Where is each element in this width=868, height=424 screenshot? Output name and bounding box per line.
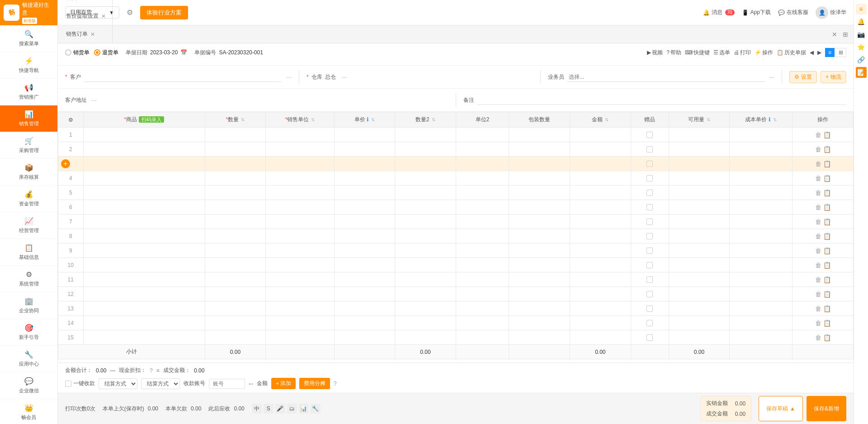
- copy-row-icon-9[interactable]: 📋: [823, 247, 831, 254]
- gift-checkbox-7[interactable]: [646, 219, 653, 225]
- scan-button[interactable]: 扫码录入: [139, 116, 164, 123]
- expense-help-icon[interactable]: ?: [334, 381, 337, 387]
- amount-cell[interactable]: [570, 171, 631, 186]
- gift-cell[interactable]: [631, 128, 669, 142]
- gift-cell[interactable]: [631, 301, 669, 316]
- copy-row-icon-3[interactable]: 📋: [823, 160, 831, 167]
- sidebar-item-basic[interactable]: 📋基础信息: [0, 239, 57, 266]
- cost-cell[interactable]: [730, 229, 793, 243]
- sidebar-item-finance[interactable]: 💰资金管理: [0, 186, 57, 212]
- list-view-btn[interactable]: ≡: [825, 48, 835, 57]
- quantity-cell[interactable]: [205, 287, 266, 301]
- price-cell[interactable]: [334, 171, 395, 186]
- sidebar-item-marketing[interactable]: 📢营销推广: [0, 79, 57, 105]
- product-input-4[interactable]: [86, 175, 202, 181]
- amount-cell[interactable]: [570, 243, 631, 258]
- copy-row-icon-6[interactable]: 📋: [823, 204, 831, 211]
- unit2-cell[interactable]: [456, 128, 509, 142]
- package-cell[interactable]: [509, 157, 570, 171]
- toolbar-icon-2[interactable]: S: [264, 404, 274, 414]
- price-cell[interactable]: [334, 316, 395, 330]
- copy-row-icon-11[interactable]: 📋: [823, 276, 831, 283]
- quantity-cell[interactable]: [205, 301, 266, 316]
- sidebar-item-wechat[interactable]: 💬企业微信: [0, 372, 57, 399]
- available-cell[interactable]: [669, 229, 730, 243]
- copy-row-icon-5[interactable]: 📋: [823, 189, 831, 196]
- help-action[interactable]: ? 帮助: [666, 49, 681, 57]
- quantity-cell[interactable]: [205, 214, 266, 229]
- calculation-select[interactable]: 结算方式: [141, 378, 180, 389]
- package-cell[interactable]: [509, 171, 570, 186]
- delete-row-icon-8[interactable]: 🗑: [815, 233, 821, 240]
- product-cell[interactable]: [83, 171, 205, 186]
- unit-cell[interactable]: [266, 243, 334, 258]
- gift-cell[interactable]: [631, 200, 669, 214]
- quantity2-cell[interactable]: [395, 186, 456, 200]
- topbar-gear-icon[interactable]: ⚙: [127, 8, 133, 17]
- product-cell[interactable]: [83, 229, 205, 243]
- maximize-tab-button[interactable]: ⊞: [841, 30, 850, 39]
- product-input-15[interactable]: [86, 334, 202, 341]
- amount-cell[interactable]: [570, 157, 631, 171]
- amount-cell[interactable]: [570, 128, 631, 142]
- unit2-cell[interactable]: [456, 301, 509, 316]
- gift-checkbox-15[interactable]: [646, 334, 653, 341]
- customer-select-icon[interactable]: ···: [286, 73, 292, 81]
- save-new-button[interactable]: 保存&新增: [807, 396, 846, 421]
- cost-sort-icon[interactable]: ⇅: [773, 117, 777, 122]
- operation-action[interactable]: ⚡ 操作: [755, 49, 773, 57]
- unit2-cell[interactable]: [456, 214, 509, 229]
- add-row-button[interactable]: +: [61, 159, 70, 168]
- product-input-7[interactable]: [86, 219, 202, 225]
- package-cell[interactable]: [509, 272, 570, 287]
- cost-cell[interactable]: [730, 287, 793, 301]
- delete-row-icon-13[interactable]: 🗑: [815, 305, 821, 312]
- gift-cell[interactable]: [631, 171, 669, 186]
- copy-row-icon-10[interactable]: 📋: [823, 262, 831, 269]
- delete-row-icon-1[interactable]: 🗑: [815, 131, 821, 138]
- account-input[interactable]: [209, 379, 245, 389]
- toolbar-icon-1[interactable]: 中: [252, 404, 262, 414]
- product-input-2[interactable]: [86, 146, 202, 152]
- available-sort-icon[interactable]: ⇅: [707, 117, 710, 122]
- product-cell[interactable]: [83, 316, 205, 330]
- video-action[interactable]: ▶ 视频: [647, 49, 663, 57]
- package-cell[interactable]: [509, 301, 570, 316]
- unit-cell[interactable]: [266, 287, 334, 301]
- tab-price-setting[interactable]: 售价提取设置✕: [60, 7, 113, 25]
- quantity-cell[interactable]: [205, 186, 266, 200]
- available-cell[interactable]: [669, 200, 730, 214]
- available-cell[interactable]: [669, 330, 730, 345]
- package-cell[interactable]: [509, 186, 570, 200]
- remark-input[interactable]: [477, 95, 847, 105]
- product-input-5[interactable]: [86, 190, 202, 196]
- unit2-cell[interactable]: [456, 200, 509, 214]
- package-cell[interactable]: [509, 142, 570, 157]
- unit-cell[interactable]: [266, 258, 334, 272]
- copy-row-icon-12[interactable]: 📋: [823, 291, 831, 298]
- available-cell[interactable]: [669, 287, 730, 301]
- notification-item[interactable]: 🔔 消息 70: [703, 9, 735, 16]
- gift-checkbox-10[interactable]: [646, 262, 653, 268]
- delete-row-icon-14[interactable]: 🗑: [815, 319, 821, 327]
- nav-prev-icon[interactable]: ◀: [810, 49, 814, 56]
- price-cell[interactable]: [334, 272, 395, 287]
- unit2-cell[interactable]: [456, 142, 509, 157]
- product-input-10[interactable]: [86, 262, 202, 268]
- quantity-sort-icon[interactable]: ⇅: [241, 117, 245, 122]
- sidebar-item-sales[interactable]: 📊销售管理: [0, 105, 57, 132]
- quantity2-cell[interactable]: [395, 287, 456, 301]
- right-panel-icon-2[interactable]: 🔔: [856, 16, 867, 27]
- unit-cell[interactable]: [266, 330, 334, 345]
- delete-row-icon-4[interactable]: 🗑: [815, 175, 821, 182]
- gift-cell[interactable]: [631, 330, 669, 345]
- available-cell[interactable]: [669, 301, 730, 316]
- cost-cell[interactable]: [730, 272, 793, 287]
- package-cell[interactable]: [509, 229, 570, 243]
- price-cell[interactable]: [334, 258, 395, 272]
- gift-cell[interactable]: [631, 157, 669, 171]
- available-cell[interactable]: [669, 272, 730, 287]
- print-action[interactable]: 🖨 打印: [734, 49, 751, 57]
- amount-cell[interactable]: [570, 301, 631, 316]
- price-cell[interactable]: [334, 142, 395, 157]
